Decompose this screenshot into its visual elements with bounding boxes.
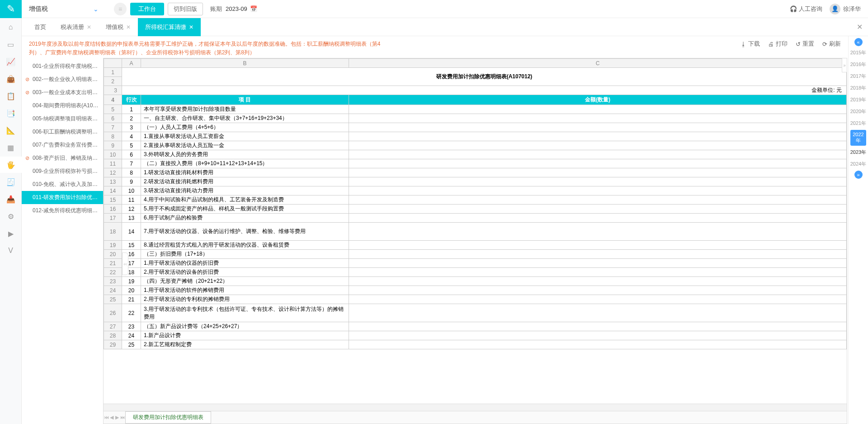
row-amount-cell[interactable] [349,340,847,349]
row-header[interactable]: 29 [104,340,122,349]
print-button[interactable]: 🖨打印 [768,40,788,48]
row-header[interactable]: 6 [104,114,122,123]
row-seq[interactable]: 22 [122,304,141,322]
row-seq[interactable]: 11 [122,195,141,205]
row-header[interactable]: 25 [104,295,122,304]
row-amount-cell[interactable] [349,114,847,123]
nav-doc-icon[interactable]: ▭ [0,36,22,52]
col-header-B[interactable]: B [141,59,349,68]
row-header[interactable]: 24 [104,286,122,295]
list-item[interactable]: 009-企业所得税弥补亏损明... [22,165,103,178]
row-seq[interactable]: 23 [122,322,141,331]
row-seq[interactable]: 12 [122,205,141,214]
row-amount-cell[interactable] [349,277,847,286]
row-header[interactable]: 16 [104,205,122,214]
row-seq[interactable]: 20 [122,286,141,295]
reset-button[interactable]: ↺重置 [796,40,814,48]
row-seq[interactable]: 14 [122,223,141,241]
row-seq[interactable]: 4 [122,132,141,141]
sheet-nav-next-icon[interactable]: ▶ [114,414,120,420]
row-header[interactable]: 11 [104,159,122,168]
year-item[interactable]: 2022年 [850,130,866,146]
year-item[interactable]: 2015年 [849,48,868,58]
row-seq[interactable]: 6 [122,150,141,159]
row-seq[interactable]: 19 [122,277,141,286]
module-selector[interactable]: 增值税 ⌄ [29,5,110,13]
nav-grid-icon[interactable]: ▦ [0,139,22,156]
row-item-name[interactable]: 2.直接从事研发活动人员五险一金 [141,141,349,150]
row-amount-cell[interactable] [349,150,847,159]
row-item-name[interactable]: 5.用于不构成固定资产的样品、样机及一般测试手段购置费 [141,205,349,214]
row-header[interactable]: 26 [104,304,122,322]
download-button[interactable]: ⭳下载 [741,40,760,48]
row-amount-cell[interactable] [349,168,847,177]
refresh-button[interactable]: ⟳刷新 [822,40,841,48]
row-header[interactable]: 23 [104,277,122,286]
nav-v-icon[interactable]: V [0,243,22,259]
row-header[interactable]: 20 [104,250,122,259]
row-amount-cell[interactable] [349,259,847,268]
list-item[interactable]: 005-纳税调整项目明细表(A1... [22,112,103,125]
row-header[interactable]: 15 [104,195,122,205]
support-link[interactable]: 🎧人工咨询 [790,5,822,13]
row-amount-cell[interactable] [349,250,847,259]
row-item-name[interactable]: （一）人员人工费用（4+5+6） [141,123,349,132]
row-seq[interactable]: 3 [122,123,141,132]
row-seq[interactable]: 21 [122,295,141,304]
row-header[interactable]: 21 [104,259,122,268]
row-amount-cell[interactable] [349,295,847,304]
col-header-A[interactable]: A [122,59,141,68]
row-header[interactable]: 19 [104,241,122,250]
row-seq[interactable]: 24 [122,331,141,340]
row-item-name[interactable]: （四）无形资产摊销（20+21+22） [141,277,349,286]
row-amount-cell[interactable] [349,304,847,322]
user-menu[interactable]: 👤 徐泽华 [830,4,861,14]
row-item-name[interactable]: 4.用于中间试验和产品试制的模具、工艺装备开发及制造费 [141,195,349,205]
row-header[interactable]: 10 [104,150,122,159]
year-item[interactable]: 2020年 [849,106,868,117]
year-item[interactable]: 2016年 [849,59,868,70]
col-header-C[interactable]: C [349,59,847,68]
horizontal-scrollbar[interactable] [104,404,847,411]
row-item-name[interactable]: 3.用于研发活动的非专利技术（包括许可证、专有技术、设计和计算方法等）的摊销费用 [141,304,349,322]
list-item[interactable]: ⊘008-资产折旧、摊销及纳税... [22,152,103,165]
collapse-panel-button[interactable]: ‹‹ [122,252,128,275]
row-amount-cell[interactable] [349,105,847,114]
nav-video-icon[interactable]: ▶ [0,225,22,242]
row-item-name[interactable]: 2.用于研发活动的专利权的摊销费用 [141,295,349,304]
close-all-tabs-icon[interactable]: ✕ [857,23,863,31]
tab-2[interactable]: 增值税✕ [99,18,138,36]
row-amount-cell[interactable] [349,268,847,277]
row-seq[interactable]: 9 [122,177,141,186]
row-amount-cell[interactable] [349,223,847,241]
row-header[interactable]: 14 [104,186,122,195]
sheet-nav-last-icon[interactable]: ⏭ [120,414,125,420]
row-header[interactable]: 22 [104,268,122,277]
old-version-button[interactable]: 切到旧版 [168,3,203,15]
row-item-name[interactable]: 7.用于研发活动的仪器、设备的运行维护、调整、检验、维修等费用 [141,223,349,241]
row-item-name[interactable]: 8.通过经营租赁方式租入的用于研发活动的仪器、设备租赁费 [141,241,349,250]
row-header[interactable]: 3 [104,86,122,95]
row-header[interactable]: 27 [104,322,122,331]
row-header[interactable]: 17 [104,214,122,223]
app-logo[interactable]: ✎ [0,0,22,18]
list-item[interactable]: 010-免税、减计收入及加计... [22,178,103,191]
nav-chart-icon[interactable]: 📈 [0,53,22,70]
close-icon[interactable]: ✕ [126,24,131,30]
nav-bag-icon[interactable]: 👜 [0,71,22,87]
row-amount-cell[interactable] [349,331,847,340]
nav-home-icon[interactable]: ⌂ [0,19,22,35]
period-value[interactable]: 2023-09 [226,5,247,12]
nav-tax-icon[interactable]: 🖐 [0,157,22,173]
row-seq[interactable]: 10 [122,186,141,195]
sheet-nav-prev-icon[interactable]: ◀ [109,414,114,420]
row-item-name[interactable]: 1.用于研发活动的软件的摊销费用 [141,286,349,295]
list-toggle-button[interactable]: ≡ [114,3,127,15]
row-amount-cell[interactable] [349,141,847,150]
row-item-name[interactable]: 2.新工艺规程制定费 [141,340,349,349]
row-item-name[interactable]: 3.研发活动直接消耗动力费用 [141,186,349,195]
row-item-name[interactable]: 1.直接从事研发活动人员工资薪金 [141,132,349,141]
row-seq[interactable]: 13 [122,214,141,223]
row-seq[interactable]: 5 [122,141,141,150]
row-seq[interactable]: 1 [122,105,141,114]
